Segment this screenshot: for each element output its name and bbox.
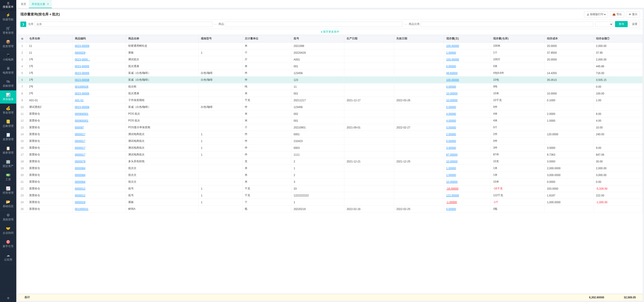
qty-link[interactable]: 3.00000 bbox=[446, 146, 456, 149]
code-link[interactable]: A01-01 bbox=[75, 99, 84, 102]
sidebar-item-cloud[interactable]: ☁云应用 bbox=[0, 251, 16, 264]
code-link[interactable]: 0023-0000... bbox=[75, 58, 90, 61]
qty-link[interactable]: 2.00000 bbox=[446, 133, 456, 136]
code-link[interactable]: 0000029 bbox=[75, 51, 86, 54]
table-row[interactable]: 8 2号 0023-00005 批次透液 米 001 10.00000 10米 … bbox=[18, 90, 643, 97]
table-row[interactable]: 17 菖蕾拾仓 0000017 测试电商批次 1 件 1111 87.00000… bbox=[18, 151, 643, 158]
table-row[interactable]: 10 测试透批2 0023-00008 富减（白色/咖啡） 白色/咖啡 件 12… bbox=[18, 104, 643, 111]
table-row[interactable]: 16 菖蕾拾仓 0000017 测试电商批次 1 件 0003 3.00000 … bbox=[18, 144, 643, 151]
qty-link[interactable]: 0.00000 bbox=[446, 126, 456, 129]
export-button[interactable]: 📤 导出 bbox=[610, 11, 624, 18]
qty-link[interactable]: 49.60000 bbox=[446, 72, 458, 75]
tab-close-button[interactable]: ✕ bbox=[47, 3, 49, 6]
table-row[interactable]: 19 菖蕾拾仓 0000084 批次次 米 1 1.00000 1米 2,000… bbox=[18, 165, 643, 172]
table-row[interactable]: 21 菖蕾拾仓 0000084 批次次 米 3 10.00000 10米 0.0… bbox=[18, 179, 643, 185]
expand-condition-button[interactable]: ▾ 展开更多条件 bbox=[321, 30, 339, 34]
code-link[interactable]: 0000017 bbox=[75, 139, 86, 143]
code-link[interactable]: 0023-00009 bbox=[75, 44, 89, 48]
code-link[interactable]: 0023-00008 bbox=[75, 78, 89, 82]
table-row[interactable]: 5 1号 0023-00005 富减（白色/咖啡） 白色/咖啡 件 123456… bbox=[18, 70, 643, 77]
code-link[interactable]: 0023-00005 bbox=[75, 65, 89, 68]
table-row[interactable]: 1 11 0023-00009 软硬通用树柱盒 米 2021098 100.00… bbox=[18, 43, 643, 49]
code-link[interactable]: 0000012 bbox=[75, 187, 86, 190]
table-row[interactable]: 9 A01-01 A01-01 子件保质期组 千克 20211217 2021-… bbox=[18, 97, 643, 104]
sidebar-item-tax[interactable]: 📋税务管理 bbox=[0, 144, 16, 157]
code-link[interactable]: 0000029 bbox=[75, 201, 86, 204]
code-link[interactable]: 000900001 bbox=[75, 119, 88, 122]
goods-input[interactable] bbox=[225, 22, 403, 27]
sidebar-item-business[interactable]: 📈经营管理 bbox=[0, 184, 16, 197]
qty-link[interactable]: 1.00000 bbox=[446, 174, 456, 177]
table-row[interactable]: 7 2号 001000026 批次框 吨 11 0.00000 0吨 0.00 bbox=[18, 83, 643, 90]
sidebar-gear-button[interactable]: ⚙ bbox=[0, 294, 16, 302]
sidebar-item-system[interactable]: ⚙系统管理 bbox=[0, 211, 16, 224]
code-link[interactable]: 000097 bbox=[75, 126, 84, 129]
qty-link[interactable]: 10.00000 bbox=[446, 180, 458, 184]
code-link[interactable]: 0000084 bbox=[75, 167, 86, 170]
sidebar-item-retail[interactable]: 🛒零售管理 bbox=[0, 24, 16, 37]
table-row[interactable]: 11 菖蕾拾仓 000900001 POS 批次 米 002 4.00000 4… bbox=[18, 111, 643, 117]
table-row[interactable]: 23 菖蕾拾仓 0000012 批号 1 千克 1222222222 122.0… bbox=[18, 192, 643, 199]
code-link[interactable]: 0023-00005 bbox=[75, 72, 89, 75]
table-row[interactable]: 12 菖蕾拾仓 000900001 POS 批次 米 001 4.00000 4… bbox=[18, 117, 643, 124]
qty-link[interactable]: 1.00000 bbox=[446, 167, 456, 170]
table-row[interactable]: 15 菖蕾拾仓 0000017 测试电商批次 1 件 210423 0.0000… bbox=[18, 138, 643, 144]
table-row[interactable]: 22 菖蕾拾仓 0000012 批号 1 千克 33 -16.00000 -16… bbox=[18, 185, 643, 192]
tab-home[interactable]: 首页 bbox=[18, 0, 29, 8]
qty-link[interactable]: 0.00000 bbox=[446, 208, 456, 211]
table-row[interactable]: 2 11 0000029 展板 1 个 20220429 1.00000 1个 … bbox=[18, 49, 643, 56]
code-link[interactable]: 0000084 bbox=[75, 180, 86, 184]
qty-link[interactable]: 100.00000 bbox=[446, 78, 459, 82]
chevron-expand-button[interactable]: ❯ bbox=[20, 22, 26, 27]
sidebar-item-wholesale[interactable]: 📦批发管理 bbox=[0, 37, 16, 51]
code-link[interactable]: 001000031 bbox=[75, 208, 88, 211]
table-row[interactable]: 13 菖蕾拾仓 000097 POS显示率保质期 个 20210901 2021… bbox=[18, 124, 643, 131]
code-link[interactable]: 0000084 bbox=[75, 174, 86, 177]
code-link[interactable]: 0000017 bbox=[75, 146, 86, 149]
qty-link[interactable]: 122.00000 bbox=[446, 194, 459, 197]
qty-link[interactable]: -1.00000 bbox=[446, 201, 457, 204]
sidebar-item-mini-shop[interactable]: 📱小程电商 bbox=[0, 51, 16, 64]
table-row[interactable]: 3 1号 0023-0000... 测试批次 斤 A001 100.00000 … bbox=[18, 56, 643, 63]
sidebar-item-quick-nav[interactable]: ⚡快捷导航 bbox=[0, 11, 16, 24]
table-row[interactable]: 20 菖蕾拾仓 0000084 批次次 米 2 1.00000 1米 3,000… bbox=[18, 172, 643, 179]
search-button[interactable]: 查询 bbox=[615, 21, 628, 27]
qty-link[interactable]: 10.00000 bbox=[446, 160, 458, 163]
sidebar-item-finance[interactable]: 💰资金管理 bbox=[0, 104, 16, 117]
code-link[interactable]: 0000017 bbox=[75, 153, 86, 156]
print-button[interactable]: 🖨 按模版打印 ▾ bbox=[584, 11, 608, 18]
code-link[interactable]: 001000026 bbox=[75, 85, 88, 88]
category-input[interactable] bbox=[420, 22, 593, 27]
code-link[interactable]: 0023-00008 bbox=[75, 106, 89, 109]
qty-link[interactable]: 87.00000 bbox=[446, 153, 458, 156]
sidebar-item-salary[interactable]: 💵工资 bbox=[0, 171, 16, 184]
table-row[interactable]: 6 1号 0023-00008 富减（白色/咖啡） 白色/咖啡 件 123 10… bbox=[18, 77, 643, 83]
qty-link[interactable]: 4.00000 bbox=[446, 112, 456, 115]
table-row[interactable]: 14 菖蕾拾仓 0000017 测试电商批次 1 件 0001 2.00000 … bbox=[18, 131, 643, 138]
qty-link[interactable]: 10.00000 bbox=[446, 99, 458, 102]
qty-link[interactable]: 4.00000 bbox=[446, 119, 456, 122]
table-row[interactable]: 4 1号 0023-00005 批次透液 米 001 0.00000 0米 44… bbox=[18, 63, 643, 70]
sidebar-item-invoice[interactable]: 🧾发票管理 bbox=[0, 130, 16, 144]
sidebar-item-fixed[interactable]: 🏢固定资产 bbox=[0, 157, 16, 171]
setting-button[interactable]: 设置 bbox=[630, 21, 640, 27]
qty-link[interactable]: -16.00000 bbox=[446, 187, 458, 190]
table-row[interactable]: 18 菖蕾拾仓 0000078 多头异色软线 支 2 2021-12-21 20… bbox=[18, 158, 643, 165]
qty-link[interactable]: 1.00000 bbox=[446, 51, 456, 54]
sidebar-item-coop[interactable]: 🤝企业协同 bbox=[0, 224, 16, 237]
code-link[interactable]: 0000017 bbox=[75, 133, 86, 136]
qty-link[interactable]: 0.00000 bbox=[446, 85, 456, 88]
sidebar-item-general[interactable]: 📒总账管理 bbox=[0, 117, 16, 130]
code-link[interactable]: 0000012 bbox=[75, 194, 86, 197]
qty-link[interactable]: 0.00000 bbox=[446, 106, 456, 109]
sidebar-item-inventory[interactable]: 📊库存核算 bbox=[0, 90, 16, 104]
table-row[interactable]: 25 菖蕾拾仓 001000031 鲜饵A 瓶 20220216 2022-02… bbox=[18, 206, 643, 213]
sidebar-item-purchase[interactable]: 🛍采购管理 bbox=[0, 77, 16, 90]
sidebar-item-ecom[interactable]: 🖥电商管理 bbox=[0, 64, 16, 77]
qty-link[interactable]: 100.00000 bbox=[446, 58, 459, 61]
table-row[interactable]: 24 菖蕾拾仓 0000029 展板 1 个 1 -1.00000 -1个 1,… bbox=[18, 199, 643, 206]
qty-link[interactable]: 100.00000 bbox=[446, 44, 459, 48]
qty-link[interactable]: 0.00000 bbox=[446, 139, 456, 143]
tab-inventory-batch[interactable]: 库存批次量 ✕ bbox=[29, 0, 52, 8]
category-select[interactable] bbox=[595, 22, 613, 27]
